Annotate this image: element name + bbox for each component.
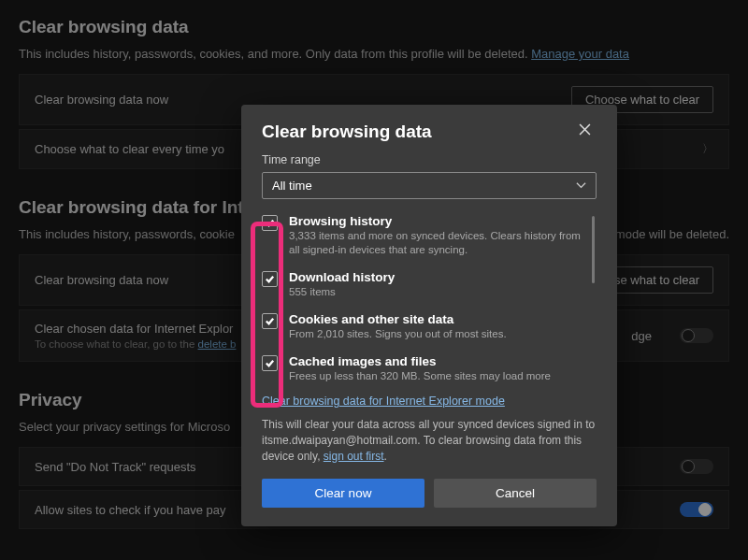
sign-out-first-link[interactable]: sign out first [324,450,384,463]
option-download-history: Download history 555 items [262,270,587,299]
cancel-button[interactable]: Cancel [434,479,597,508]
clear-data-options-list: Browsing history 3,333 items and more on… [262,214,597,394]
option-title: Cached images and files [289,354,551,368]
option-desc: 555 items [289,285,395,299]
option-title: Browsing history [289,214,587,228]
option-desc: From 2,010 sites. Signs you out of most … [289,327,507,341]
checkbox-cookies[interactable] [262,313,278,329]
dialog-title: Clear browsing data [262,122,432,142]
option-browsing-history: Browsing history 3,333 items and more on… [262,214,587,257]
chevron-down-icon [576,180,586,191]
note-text: This will clear your data across all you… [262,418,595,463]
checkbox-download-history[interactable] [262,271,278,287]
checkbox-browsing-history[interactable] [262,215,278,231]
option-cached-images: Cached images and files Frees up less th… [262,354,587,383]
option-title: Download history [289,270,395,284]
time-range-label: Time range [262,153,597,166]
option-cookies: Cookies and other site data From 2,010 s… [262,312,587,341]
option-title: Cookies and other site data [289,312,507,326]
time-range-select[interactable]: All time [262,172,597,199]
note-tail: . [384,450,387,463]
option-desc: Frees up less than 320 MB. Some sites ma… [289,369,551,383]
checkbox-cached-images[interactable] [262,355,278,371]
clear-ie-mode-link[interactable]: Clear browsing data for Internet Explore… [262,395,505,408]
dialog-sync-note: This will clear your data across all you… [262,417,597,464]
close-icon[interactable] [572,117,597,141]
clear-browsing-data-dialog: Clear browsing data Time range All time … [241,105,617,526]
option-desc: 3,333 items and more on synced devices. … [289,229,587,257]
scrollbar-thumb[interactable] [592,216,595,283]
clear-now-button[interactable]: Clear now [262,479,424,508]
time-range-value: All time [272,179,312,193]
